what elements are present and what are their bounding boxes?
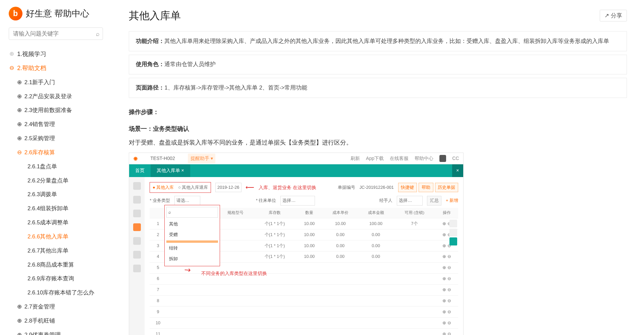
plus-circle-icon: ⊕ (17, 91, 22, 102)
shot-account: TEST-H002 (150, 154, 175, 163)
nav-item[interactable]: ⊕2.2产品安装及登录 (9, 89, 103, 103)
intro-label: 功能介绍： (136, 38, 164, 44)
nav-label: 2.4销售管理 (24, 119, 55, 130)
role-text: 通常由仓管人员维护 (164, 61, 216, 67)
shot-cs: 在线客服 (390, 154, 409, 163)
shot-tab-current: 其他入库单 × (151, 164, 190, 177)
nav-icon (133, 251, 141, 259)
nav-item[interactable]: ⊕2.7资金管理 (9, 300, 103, 314)
nav-label: 2.帮助文档 (17, 63, 46, 73)
nav-item[interactable]: ⊕2.1新手入门 (9, 75, 103, 90)
rec-label: 经手人 (379, 197, 392, 205)
intro-box: 功能介绍：其他入库单用来处理除采购入库、产成品入库之外的其他入库业务，因此其他入… (129, 31, 627, 51)
table-row: 11⊕ ⊖ (150, 329, 458, 335)
nav-item[interactable]: 2.6.3调拨单 (9, 187, 103, 202)
brand: b 好生意 帮助中心 (9, 7, 103, 20)
annotation-2: 不同业务的入库类型在这里切换 (201, 269, 267, 278)
nav-item[interactable]: 2.6.4组装拆卸单 (9, 202, 103, 216)
cust-label: 往来单位 (259, 198, 276, 203)
nav-item[interactable]: ⊖2.6库存核算 (9, 146, 103, 160)
rec-input: 选择… (397, 196, 423, 206)
date-field: 2019-12-26 (215, 183, 241, 192)
search-icon[interactable]: ⌕ (96, 30, 100, 37)
scenario1-body: 对于受赠、盘盈或是拆装入库等不同的业务，是通过单据头【业务类型】进行区分。 (129, 137, 627, 148)
plus-circle-icon: ⊕ (17, 119, 22, 130)
table-header: 成本金额 (358, 208, 394, 218)
nav-icon (133, 237, 141, 245)
drop-item: 拆卸 (166, 254, 218, 264)
nav-label: 2.5采购管理 (24, 133, 55, 144)
nav-label: 2.6.5成本调整单 (28, 219, 68, 226)
table-row: 8⊕ ⊖ (150, 295, 458, 306)
nav-icon (133, 210, 141, 217)
dropdown-overlay: ⌕ 其他 受赠 结转 拆卸 (164, 205, 220, 266)
nav-item[interactable]: ⊕2.4销售管理 (9, 117, 103, 131)
share-button[interactable]: ↗ 分享 (600, 10, 627, 21)
scenario1-title: 场景一：业务类型确认 (129, 123, 627, 134)
nav-item[interactable]: 2.6.5成本调整单 (9, 216, 103, 230)
search-input[interactable] (9, 27, 103, 40)
shot-form: ● 其他入库 ○ 其他入库退库 2019-12-26 ⟵ 入库、退货业务 在这里… (145, 177, 463, 335)
shot-logo-icon: ◉ (133, 154, 138, 163)
side-icon (449, 229, 457, 236)
nav-label: 2.6库存核算 (24, 147, 55, 158)
nav-item[interactable]: ⊖2.帮助文档 (9, 61, 103, 75)
nav-label: 2.6.10库存账本错了怎么办 (28, 289, 94, 296)
shot-side-icons (449, 218, 459, 246)
nav-label: 2.7资金管理 (24, 301, 55, 312)
nav-item[interactable]: ⊕2.8手机旺铺 (9, 314, 103, 328)
table-header: 成本单价 (323, 208, 358, 218)
embedded-screenshot: ◉ TEST-H002 提醒助手 ▾ 刷新 App下载 在线客服 帮助中心 CC… (129, 153, 464, 335)
table-header: 规格型号 (218, 208, 253, 218)
table-row: 7⊕ ⊖ (150, 284, 458, 295)
doc-no: JC-20191226-001 (360, 183, 394, 191)
add-btn: + 新增 (446, 197, 458, 205)
nav-label: 2.6.9库存账本查询 (28, 275, 74, 282)
nav-item[interactable]: 2.6.8商品成本重算 (9, 258, 103, 272)
plus-circle-icon: ⊖ (17, 147, 22, 158)
brand-title: 好生意 帮助中心 (26, 8, 89, 19)
role-label: 使用角色： (136, 61, 164, 67)
nav-label: 2.6.3调拨单 (28, 191, 57, 198)
nav-item[interactable]: ⊕2.5采购管理 (9, 131, 103, 146)
table-header: 数量 (296, 208, 323, 218)
close-icon: × (452, 164, 464, 177)
brand-logo-icon: b (9, 7, 22, 20)
type-in: 其他入库 (156, 185, 174, 190)
shot-refresh: 刷新 (351, 154, 360, 163)
shot-header-right: 刷新 App下载 在线客服 帮助中心 CC (351, 154, 459, 163)
plus-circle-icon: ⊕ (17, 330, 22, 335)
nav-icon (133, 196, 141, 204)
path-box: 页面路径：1、库存核算->库存管理->其他入库单 2、首页->常用功能 (129, 78, 627, 98)
path-label: 页面路径： (136, 85, 164, 91)
annotation-1: 入库、退货业务 在这里切换 (259, 183, 316, 192)
nav-label: 2.9优惠券管理 (24, 330, 61, 335)
drop-item (166, 240, 218, 243)
dropdown-search: ⌕ (166, 207, 218, 217)
nav-item[interactable]: 2.6.10库存账本错了怎么办 (9, 286, 103, 300)
nav-item[interactable]: ⊕1.视频学习 (9, 47, 103, 61)
drop-item: 其他 (166, 219, 218, 230)
table-header (150, 208, 166, 218)
nav-label: 2.6.6其他入库单 (28, 233, 68, 240)
nav-item[interactable]: ⊕2.3使用前数据准备 (9, 103, 103, 117)
nav-item[interactable]: ⊕2.9优惠券管理 (9, 328, 103, 335)
nav-item[interactable]: 2.6.7其他出库单 (9, 244, 103, 258)
nav-item[interactable]: 2.6.9库存账本查询 (9, 272, 103, 286)
table-header: 操作 (435, 208, 458, 218)
nav-label: 2.6.8商品成本重算 (28, 262, 74, 268)
nav-tree: ⊕1.视频学习⊖2.帮助文档⊕2.1新手入门⊕2.2产品安装及登录⊕2.3使用前… (9, 47, 103, 335)
nav-label: 1.视频学习 (17, 49, 46, 59)
content-body: 操作步骤： 场景一：业务类型确认 对于受赠、盘盈或是拆装入库等不同的业务，是通过… (129, 106, 627, 335)
shot-app: App下载 (366, 154, 384, 163)
steps-heading: 操作步骤： (129, 106, 627, 118)
nav-item[interactable]: 2.6.1盘点单 (9, 160, 103, 174)
plus-circle-icon: ⊕ (17, 77, 22, 88)
nav-item[interactable]: 2.6.2分量盘点单 (9, 173, 103, 187)
shot-table: ⌕ 其他 受赠 结转 拆卸 ↘ 不同业务的入库类型在这里切换 (150, 208, 458, 335)
nav-item[interactable]: 2.6.6其他入库单 (9, 230, 103, 244)
share-label: 分享 (611, 12, 622, 19)
nav-label: 2.6.7其他出库单 (28, 247, 68, 254)
biztype-select: 请选… (174, 196, 200, 206)
shot-left-nav (129, 177, 145, 335)
